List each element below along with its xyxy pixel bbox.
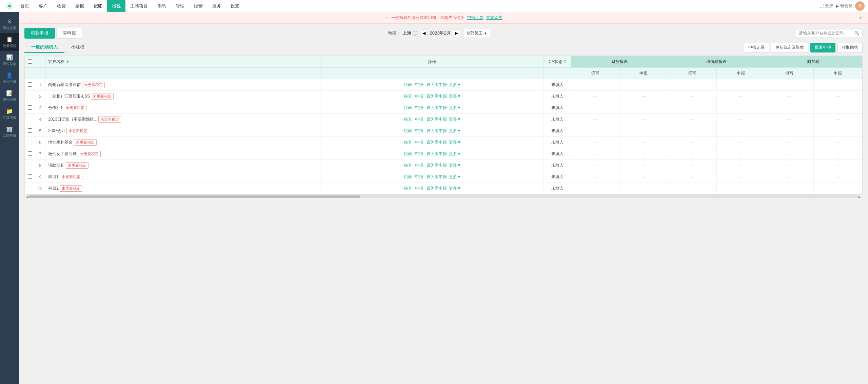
search-input[interactable] [799, 31, 853, 36]
op-zero-declare[interactable]: 设为零申报 [427, 174, 447, 179]
top-nav-item-服务[interactable]: 服务 [208, 0, 226, 12]
top-nav-item-消息[interactable]: 消息 [153, 0, 171, 12]
scroll-thumb[interactable] [28, 195, 360, 198]
sidebar-item-个税申报[interactable]: 👤个税申报 [0, 69, 19, 87]
op-more[interactable]: 更多▼ [449, 163, 461, 168]
op-tax-table[interactable]: 税表 [404, 174, 412, 179]
op-more[interactable]: 更多▼ [449, 174, 461, 179]
top-nav-item-经营[interactable]: 经营 [189, 0, 208, 12]
action-btn-更新统定及取数[interactable]: 更新统定及取数 [771, 43, 808, 52]
op-more[interactable]: 更多▼ [449, 151, 461, 156]
op-more[interactable]: 更多▼ [449, 186, 461, 191]
op-declare[interactable]: 申报 [415, 151, 423, 156]
top-nav-item-设置[interactable]: 设置 [226, 0, 244, 12]
top-nav-item-管理[interactable]: 管理 [171, 0, 189, 12]
op-zero-declare[interactable]: 设为零申报 [427, 140, 447, 145]
top-nav-item-首页[interactable]: 首页 [16, 0, 34, 12]
op-zero-declare[interactable]: 设为零申报 [427, 163, 447, 168]
action-btn-收取回执[interactable]: 收取回执 [837, 43, 863, 52]
main-tabs: 税款申报零申报 [24, 28, 82, 39]
row-tax-fill: — [668, 79, 716, 91]
row-checkbox[interactable] [25, 125, 35, 137]
op-more[interactable]: 更多▼ [449, 140, 461, 145]
fullscreen-button[interactable]: ⛶ 全屏 [820, 3, 833, 9]
tab-零申报[interactable]: 零申报 [56, 28, 82, 39]
member-button[interactable]: ▶ 畅会员 [836, 3, 852, 9]
top-nav-item-记账[interactable]: 记账 [89, 0, 107, 12]
op-zero-declare[interactable]: 设为零申报 [427, 105, 447, 110]
op-zero-declare[interactable]: 设为零申报 [427, 82, 447, 87]
horizontal-scrollbar[interactable]: ◀ ▶ [24, 195, 863, 199]
banner-close-button[interactable]: ✕ [859, 15, 863, 21]
row-checkbox[interactable] [25, 79, 35, 91]
row-checkbox[interactable] [25, 91, 35, 102]
scroll-left-btn[interactable]: ◀ [26, 195, 28, 199]
op-zero-declare[interactable]: 设为零申报 [427, 128, 447, 133]
sort-icon[interactable]: ▼ [66, 59, 70, 64]
action-btn-批量申报[interactable]: 批量申报 [810, 43, 835, 52]
sidebar-item-报税设置[interactable]: ⚙报税设置 [0, 15, 19, 33]
op-declare[interactable]: 申报 [415, 140, 423, 145]
sidebar-item-汇算清缴[interactable]: 📁汇算清缴 [0, 105, 19, 123]
op-declare[interactable]: 申报 [415, 174, 423, 179]
op-tax-table[interactable]: 税表 [404, 140, 412, 145]
op-more[interactable]: 更多▼ [449, 105, 461, 110]
sidebar-item-报税记录[interactable]: 📝报税记录 [0, 87, 19, 105]
tab-税款申报[interactable]: 税款申报 [24, 28, 55, 39]
op-tax-table[interactable]: 税表 [404, 186, 412, 191]
top-nav-item-工商项目[interactable]: 工商项目 [125, 0, 153, 12]
op-zero-declare[interactable]: 设为零申报 [427, 94, 447, 99]
region-info-icon[interactable]: i [413, 31, 417, 36]
op-more[interactable]: 更多▼ [449, 117, 461, 122]
top-nav-item-收费[interactable]: 收费 [52, 0, 71, 12]
row-tax-declare: — [716, 160, 765, 171]
op-tax-table[interactable]: 税表 [404, 105, 412, 110]
op-more[interactable]: 更多▼ [449, 82, 461, 87]
op-declare[interactable]: 申报 [415, 186, 423, 191]
avatar[interactable]: 云 [855, 1, 865, 11]
op-declare[interactable]: 申报 [415, 117, 423, 122]
op-tax-table[interactable]: 税表 [404, 163, 412, 168]
row-fin-fill: — [571, 160, 619, 171]
op-zero-declare[interactable]: 设为零申报 [427, 186, 447, 191]
row-checkbox[interactable] [25, 137, 35, 148]
row-checkbox[interactable] [25, 114, 35, 125]
row-checkbox[interactable] [25, 160, 35, 171]
date-prev-button[interactable]: ◀ [420, 29, 428, 37]
op-declare[interactable]: 申报 [415, 105, 423, 110]
op-tax-table[interactable]: 税表 [404, 117, 412, 122]
search-icon[interactable]: 🔍 [854, 31, 860, 36]
op-zero-declare[interactable]: 设为零申报 [427, 151, 447, 156]
sidebar-item-工商年报[interactable]: 🏢工商年报 [0, 123, 19, 141]
row-checkbox[interactable] [25, 148, 35, 160]
banner-link-report[interactable]: 申报汇签 [467, 15, 484, 21]
date-next-button[interactable]: ▶ [453, 29, 460, 37]
action-btn-申报记录[interactable]: 申报记录 [744, 43, 769, 52]
row-checkbox[interactable] [25, 171, 35, 183]
top-nav-item-票据[interactable]: 票据 [71, 0, 89, 12]
sidebar-item-报税总览[interactable]: 📊报税总览 [0, 51, 19, 69]
op-tax-table[interactable]: 税表 [404, 82, 412, 87]
op-more[interactable]: 更多▼ [449, 128, 461, 133]
op-tax-table[interactable]: 税表 [404, 151, 412, 156]
row-checkbox[interactable] [25, 183, 35, 194]
staff-selector[interactable]: 全部员工 ▼ [463, 29, 490, 38]
op-zero-declare[interactable]: 设为零申报 [427, 117, 447, 122]
sub-tab-小规模[interactable]: 小规模 [64, 42, 91, 53]
op-declare[interactable]: 申报 [415, 94, 423, 99]
banner-link-buy[interactable]: 立即购买 [486, 15, 502, 21]
op-declare[interactable]: 申报 [415, 82, 423, 87]
scroll-right-btn[interactable]: ▶ [859, 195, 861, 199]
top-nav-item-客户[interactable]: 客户 [34, 0, 52, 12]
op-tax-table[interactable]: 税表 [404, 94, 412, 99]
row-operations: 税表 申报 设为零申报 更多▼ [320, 125, 544, 137]
top-nav-item-报税[interactable]: 报税 [107, 0, 125, 12]
row-checkbox[interactable] [25, 102, 35, 114]
op-declare[interactable]: 申报 [415, 163, 423, 168]
op-declare[interactable]: 申报 [415, 128, 423, 133]
op-tax-table[interactable]: 税表 [404, 128, 412, 133]
op-more[interactable]: 更多▼ [449, 94, 461, 99]
select-all-checkbox[interactable] [28, 59, 32, 64]
sub-tab-一般的纳税人[interactable]: 一般的纳税人 [24, 42, 64, 53]
sidebar-item-批量报税[interactable]: 📋批量报税 [0, 33, 19, 51]
